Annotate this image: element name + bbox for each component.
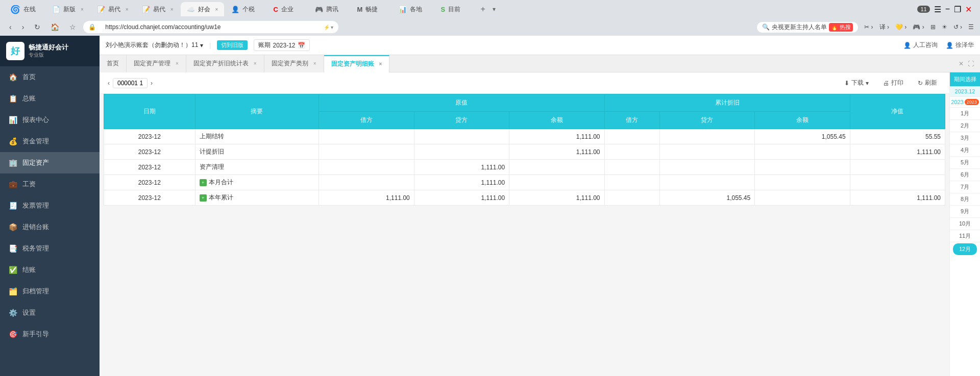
switch-version-btn[interactable]: 切到旧版 [217,40,248,50]
browser-tab-tengxun[interactable]: 🎮 腾讯 [309,2,350,16]
tab-close-icon[interactable]: × [254,61,257,66]
sidebar-item-home[interactable]: 🏠 首页 [0,66,100,88]
browser-tab-geshui[interactable]: 👤 个税 [225,2,266,16]
ledger-icon: 📋 [8,94,17,103]
game-tool[interactable]: 🎮 › [913,23,924,31]
browser-forward-button[interactable]: › [19,22,28,32]
period-month-8[interactable]: 8月 [950,193,980,206]
sidebar-item-closing[interactable]: ✅ 结账 [0,259,100,281]
refresh-icon: ↻ [918,80,923,87]
switch-old-version-button[interactable]: 切到旧版 [217,40,248,50]
period-month-3[interactable]: 3月 [950,132,980,144]
sidebar-item-salary[interactable]: 💼 工资 [0,173,100,195]
tab-close-icon[interactable]: × [313,61,316,66]
period-month-12[interactable]: 12月 [953,243,977,255]
sidebar-item-invoice[interactable]: 🧾 发票管理 [0,195,100,216]
app-name: 畅捷通好会计 [29,43,68,52]
sidebar-item-general-ledger[interactable]: 📋 总账 [0,88,100,109]
browser-refresh-button[interactable]: ↻ [31,22,43,32]
period-month-9[interactable]: 9月 [950,206,980,218]
browser-bookmark-button[interactable]: ☆ [66,22,79,32]
period-year-label[interactable]: 20232023 [950,97,980,108]
tab-close-icon[interactable]: × [215,7,218,12]
translate-tool[interactable]: 译 › [879,23,889,32]
tab-close-icon[interactable]: × [126,7,129,12]
new-tab-button[interactable]: + [476,5,489,14]
guide-icon: 🎯 [8,330,17,338]
history-tool[interactable]: ↺ › [953,23,962,31]
tab-home[interactable]: 首页 [100,55,127,72]
sidebar-item-reports[interactable]: 📊 报表中心 [0,109,100,131]
sidebar-item-archive[interactable]: 🗂️ 归档管理 [0,281,100,302]
period-month-5[interactable]: 5月 [950,157,980,169]
refresh-button[interactable]: ↻ 刷新 [914,77,941,89]
url-input[interactable] [99,21,320,33]
period-year-2023-first[interactable]: 2023.12 [950,86,980,97]
sidebar-item-funds[interactable]: 💰 资金管理 [0,131,100,152]
browser-home-button[interactable]: 🏠 [47,22,62,32]
browser-tab-yidai2[interactable]: 📝 易代 × [136,2,180,16]
browser-minimize-icon[interactable]: − [945,5,950,14]
row-icon: + [200,179,207,186]
wallet-tool[interactable]: 💛 › [895,23,906,31]
browser-close-icon[interactable]: ✕ [965,5,972,14]
period-month-7[interactable]: 7月 [950,181,980,193]
scissors-tool[interactable]: ✂ › [864,23,873,31]
grid-tool[interactable]: ⊞ [930,23,936,31]
expand-panel-icon[interactable]: ⛶ [968,60,974,67]
print-button[interactable]: 🖨 打印 [879,77,908,89]
sidebar-item-tax[interactable]: 📑 税务管理 [0,238,100,259]
period-month-1[interactable]: 1月 [950,108,980,120]
service-button[interactable]: 👤 人工咨询 [903,41,938,49]
period-month-10[interactable]: 10月 [950,218,980,230]
tab-close-icon[interactable]: × [81,7,84,12]
next-page-button[interactable]: › [151,80,153,87]
browser-tab-gedi[interactable]: 📊 各地 [393,2,433,16]
sidebar-item-settings[interactable]: ⚙️ 设置 [0,302,100,323]
tab-fixed-assets-management[interactable]: 固定资产管理 × [127,55,186,72]
sidebar-item-inventory[interactable]: 📦 进销台账 [0,216,100,238]
browser-tab-online[interactable]: 🌀 在线 [4,2,45,16]
sidebar-item-guide[interactable]: 🎯 新手引导 [0,323,100,345]
sidebar: 好 畅捷通好会计 专业版 🏠 首页 📋 总账 📊 报表中心 💰 资金管理 [0,36,100,376]
minimize-panel-icon[interactable]: ✕ [959,60,964,67]
cell-original-debit [319,144,414,160]
period-month-2[interactable]: 2月 [950,120,980,132]
prev-page-button[interactable]: ‹ [108,80,110,87]
address-tools-icon[interactable]: ⚡ ▾ [324,24,334,30]
tab-close-icon[interactable]: × [379,61,382,67]
sidebar-label-home: 首页 [22,72,36,82]
ssl-lock-icon: 🔒 [88,23,96,31]
cell-original-balance: 1,111.00 [509,190,604,206]
browser-tab-changjie[interactable]: M 畅捷 [351,2,391,16]
period-month-11[interactable]: 11月 [950,230,980,242]
theme-tool[interactable]: ☀ [942,23,947,31]
sidebar-item-fixed-assets[interactable]: 🏢 固定资产 [0,152,100,173]
period-selector[interactable]: 账期 2023-12 📅 [254,39,309,51]
tax-icon: 📑 [8,244,17,253]
download-button[interactable]: ⬇ 下载 ▾ [840,77,873,89]
browser-tab-new[interactable]: 📄 新版 × [46,2,90,16]
tab-depreciation-stats[interactable]: 固定资产折旧统计表 × [186,55,264,72]
inventory-icon: 📦 [8,223,17,231]
tab-asset-category[interactable]: 固定资产类别 × [264,55,324,72]
tab-close-icon[interactable]: × [170,7,174,12]
menu-tool[interactable]: ☰ [968,23,974,31]
tab-asset-detail[interactable]: 固定资产明细账 × [324,55,390,72]
browser-tab-qiye[interactable]: C 企业 [267,2,308,16]
table-container: 日期 摘要 原值 累计折旧 净值 借方 贷方 余额 借方 [100,94,949,376]
browser-tab-yidai1[interactable]: 📝 易代 × [91,2,135,16]
browser-restore-icon[interactable]: ❐ [954,5,961,14]
user-profile-button[interactable]: 👤 徐泽华 [946,41,974,49]
tab-close-icon[interactable]: × [176,61,179,66]
browser-tab-haohui[interactable]: ☁️ 好会 × [181,2,225,16]
browser-sidebar-icon[interactable]: ☰ [934,5,941,14]
tab-manage-icon[interactable]: ▾ [493,6,496,13]
period-month-6[interactable]: 6月 [950,169,980,181]
period-month-4[interactable]: 4月 [950,144,980,157]
sidebar-logo: 好 畅捷通好会计 专业版 [0,36,100,66]
company-selector[interactable]: 刘小艳演示账套（勿删勿动！）11 ▾ [106,41,203,49]
browser-tab-muqian[interactable]: S 目前 [434,2,475,16]
browser-back-button[interactable]: ‹ [6,22,15,32]
row-icon: + [200,194,207,202]
